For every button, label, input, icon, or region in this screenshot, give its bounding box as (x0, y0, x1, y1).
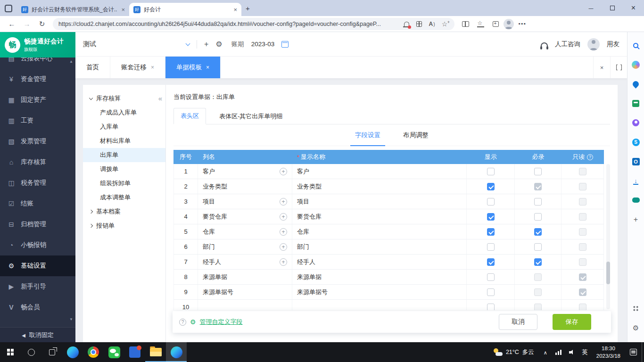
sidebar-item-funds[interactable]: 资金管理 (0, 69, 75, 90)
browser-menu-icon[interactable] (515, 17, 529, 31)
maximize-button[interactable] (602, 0, 623, 16)
add-field-icon[interactable] (280, 168, 287, 175)
readonly-checkbox[interactable] (579, 243, 586, 251)
tree-item-cost-adjust[interactable]: 成本调整单 (83, 190, 165, 205)
new-tab-button[interactable] (246, 5, 250, 12)
reload-button[interactable] (35, 17, 49, 31)
tab-close-icon[interactable] (233, 7, 237, 13)
show-desktop-button[interactable] (642, 342, 644, 362)
tab-body-area[interactable]: 表体区-其它出库单明细 (218, 109, 283, 124)
sidebar-item-closing[interactable]: 结账 (0, 193, 75, 214)
taskbar-app-finance[interactable] (124, 342, 145, 362)
sidebar-scroll-down-icon[interactable] (69, 317, 73, 321)
show-checkbox[interactable] (487, 168, 495, 175)
sidebar-item-archive[interactable]: 归档管理 (0, 214, 75, 235)
sidebar-item-inventory[interactable]: 库存核算 (0, 152, 75, 173)
browser-tab-1[interactable]: 好 好会计云财务软件管理系统_会计.. (17, 3, 129, 16)
manage-custom-fields-link[interactable]: 管理自定义字段 (200, 318, 243, 326)
subtab-layout-adjust[interactable]: 布局调整 (402, 124, 429, 146)
readonly-checkbox[interactable] (579, 213, 586, 221)
address-bar[interactable]: https://cloud2.chanjet.com/accounting/uh… (53, 18, 454, 30)
tab-header-area[interactable]: 表头区 (173, 108, 206, 124)
tree-item-stock-out[interactable]: 出库单 (83, 148, 165, 162)
period-value[interactable]: 2023-03 (251, 41, 275, 48)
nav-tab-home[interactable]: 首页 (75, 57, 110, 78)
save-button[interactable]: 保存 (553, 314, 591, 330)
account-select[interactable]: 测试 (83, 40, 190, 49)
profile-avatar[interactable] (504, 19, 514, 29)
show-checkbox[interactable] (487, 228, 495, 236)
required-checkbox[interactable] (534, 258, 542, 266)
skype-icon[interactable] (627, 132, 644, 152)
sidebar-item-settings[interactable]: 基础设置 (0, 255, 75, 276)
minimize-button[interactable] (580, 0, 602, 16)
close-tab-icon[interactable] (206, 65, 209, 70)
drop-icon[interactable] (627, 74, 644, 94)
show-checkbox[interactable] (487, 288, 495, 296)
add-favorite-icon[interactable] (440, 20, 449, 28)
tree-item-transfer[interactable]: 调拨单 (83, 162, 165, 176)
show-checkbox[interactable] (487, 213, 495, 221)
tree-item-finished-goods-in[interactable]: 产成品入库单 (83, 106, 165, 120)
help-icon[interactable] (179, 319, 186, 326)
weather-widget[interactable]: 21°C 多云 (488, 342, 539, 362)
downloads-icon[interactable] (627, 171, 644, 190)
workspace-icon[interactable] (5, 5, 12, 12)
collapse-tree-icon[interactable] (158, 94, 162, 102)
copilot-icon[interactable] (627, 55, 644, 74)
readonly-checkbox[interactable] (579, 168, 586, 175)
start-button[interactable] (0, 342, 21, 362)
sidebar-scroll-up-icon[interactable] (69, 59, 73, 64)
task-view-icon[interactable] (41, 342, 62, 362)
close-all-tabs-icon[interactable] (593, 57, 610, 78)
readonly-checkbox[interactable] (579, 273, 586, 281)
sidebar-item-member[interactable]: 畅会员 (0, 297, 75, 318)
close-tab-icon[interactable] (151, 65, 154, 70)
required-checkbox[interactable] (534, 168, 542, 175)
action-center-icon[interactable] (630, 349, 637, 355)
support-link[interactable]: 人工咨询 (555, 40, 580, 49)
required-checkbox[interactable] (534, 183, 542, 190)
taskbar-app-file-explorer[interactable] (145, 342, 166, 362)
required-checkbox[interactable] (534, 228, 542, 236)
outlook-icon[interactable] (627, 152, 644, 171)
network-icon[interactable] (552, 342, 565, 362)
forward-button[interactable] (20, 17, 34, 31)
show-checkbox[interactable] (487, 198, 495, 206)
sidebar-item-invoice[interactable]: 发票管理 (0, 131, 75, 152)
nav-tab-voucher-template[interactable]: 单据模板 (165, 57, 221, 78)
sidebar-apps-icon[interactable] (627, 299, 644, 318)
account-settings-icon[interactable] (215, 40, 222, 49)
calendar-app-icon[interactable] (627, 94, 644, 113)
favorites-icon[interactable] (473, 17, 487, 31)
add-field-icon[interactable] (280, 198, 287, 206)
taskbar-app-edge[interactable] (62, 342, 83, 362)
apps-grid-icon[interactable] (415, 20, 423, 28)
scrollbar-thumb[interactable] (606, 262, 610, 284)
tree-node-expense-doc[interactable]: 报销单 (83, 219, 165, 233)
add-field-icon[interactable] (280, 243, 287, 251)
taskbar-search-icon[interactable] (21, 342, 41, 362)
readonly-checkbox[interactable] (579, 228, 586, 236)
split-screen-icon[interactable] (458, 17, 472, 31)
required-checkbox[interactable] (534, 288, 542, 296)
sidebar-item-salary[interactable]: 工资 (0, 110, 75, 131)
cancel-button[interactable]: 取消 (499, 314, 537, 330)
add-field-icon[interactable] (280, 213, 287, 221)
back-button[interactable] (5, 17, 19, 31)
sidebar-settings-icon[interactable] (627, 318, 644, 337)
unpin-button[interactable]: 取消固定 (0, 327, 75, 342)
tree-item-stock-in[interactable]: 入库单 (83, 120, 165, 134)
required-checkbox[interactable] (534, 198, 542, 206)
sidebar-search-icon[interactable] (627, 36, 644, 55)
tree-node-basic-archive[interactable]: 基本档案 (83, 205, 165, 219)
fullscreen-icon[interactable] (610, 57, 627, 78)
readonly-checkbox[interactable] (579, 288, 586, 296)
readonly-checkbox[interactable] (579, 258, 586, 266)
readonly-checkbox[interactable] (579, 304, 586, 311)
add-field-icon[interactable] (280, 228, 287, 236)
sidebar-item-expense[interactable]: 小畅报销 (0, 235, 75, 255)
readonly-help-icon[interactable] (587, 154, 593, 160)
sidebar-item-fixed-assets[interactable]: 固定资产 (0, 90, 75, 110)
tab-close-icon[interactable] (121, 7, 125, 13)
